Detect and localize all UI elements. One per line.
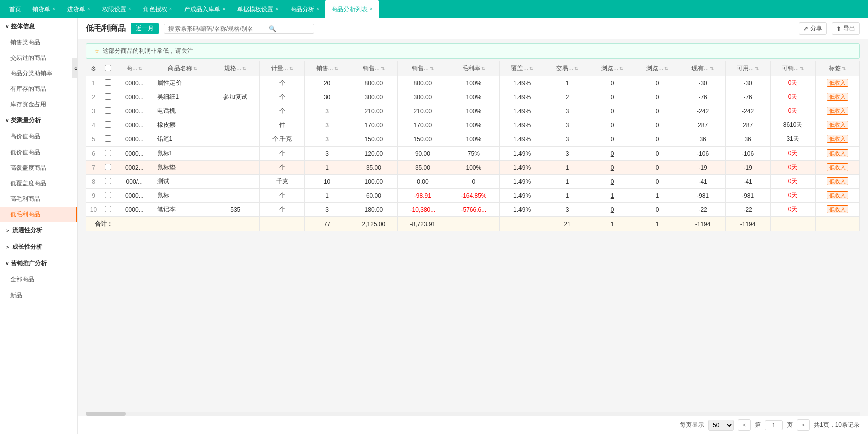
sidebar-item-new-products[interactable]: 新品 <box>0 287 77 303</box>
col-code[interactable]: 商...⇅ <box>115 61 154 76</box>
row-browse1[interactable]: 0 <box>590 175 635 189</box>
col-available[interactable]: 可用...⇅ <box>725 61 770 76</box>
row-checkbox[interactable] <box>105 206 111 212</box>
share-button[interactable]: ⇗ 分享 <box>799 22 827 35</box>
row-name[interactable]: 铅笔1 <box>154 132 211 147</box>
sidebar-item-category-rate[interactable]: 商品分类助销率 <box>0 66 77 81</box>
row-browse1[interactable]: 0 <box>590 76 635 90</box>
col-settings[interactable]: ⚙ <box>86 61 101 76</box>
search-input[interactable] <box>168 25 269 32</box>
close-icon[interactable]: × <box>316 0 319 18</box>
row-checkbox[interactable] <box>105 79 111 86</box>
page-number-input[interactable] <box>765 420 783 430</box>
row-checkbox[interactable] <box>105 192 111 198</box>
row-browse1[interactable]: 0 <box>590 132 635 147</box>
row-checkbox[interactable] <box>105 107 111 114</box>
col-name[interactable]: 商品名称⇅ <box>154 61 211 76</box>
close-icon[interactable]: × <box>87 0 90 18</box>
col-sales-price[interactable]: 销售...⇅ <box>350 61 398 76</box>
nav-item-analysis[interactable]: 商品分析× <box>284 0 325 18</box>
col-checkbox[interactable] <box>101 61 115 76</box>
nav-item-sales[interactable]: 销货单× <box>26 0 61 18</box>
sidebar-item-low-profit[interactable]: 低毛利商品 <box>0 207 77 222</box>
select-all-checkbox[interactable] <box>105 65 111 71</box>
sidebar-item-low-coverage[interactable]: 低覆盖度商品 <box>0 176 77 191</box>
col-gross-rate[interactable]: 毛利率⇅ <box>448 61 500 76</box>
row-browse1[interactable]: 0 <box>590 203 635 217</box>
col-browse1[interactable]: 浏览...⇅ <box>590 61 635 76</box>
row-browse1[interactable]: 0 <box>590 161 635 175</box>
row-browse1[interactable]: 0 <box>590 104 635 118</box>
sidebar-group-cluster[interactable]: ∨ 类聚量分析 <box>0 112 77 129</box>
row-checkbox[interactable] <box>105 164 111 170</box>
next-page-button[interactable]: ＞ <box>797 419 810 431</box>
nav-item-analysis-list[interactable]: 商品分析列表× <box>325 0 379 18</box>
sidebar-item-high-value[interactable]: 高价值商品 <box>0 129 77 144</box>
col-coverage[interactable]: 覆盖...⇅ <box>499 61 545 76</box>
row-name[interactable]: 橡皮擦 <box>154 118 211 132</box>
sidebar-item-sales-products[interactable]: 销售类商品 <box>0 35 77 50</box>
col-saleable[interactable]: 可销...⇅ <box>770 61 815 76</box>
col-unit[interactable]: 计量...⇅ <box>260 61 305 76</box>
row-name[interactable]: 笔记本 <box>154 203 211 217</box>
sidebar-item-traded[interactable]: 交易过的商品 <box>0 50 77 66</box>
sidebar-item-stock[interactable]: 有库存的商品 <box>0 81 77 97</box>
row-name[interactable]: 鼠标垫 <box>154 161 211 175</box>
row-checkbox[interactable] <box>105 178 111 184</box>
col-tag[interactable]: 标签⇅ <box>815 61 859 76</box>
sidebar-item-high-coverage[interactable]: 高覆盖度商品 <box>0 160 77 176</box>
close-icon[interactable]: × <box>275 0 278 18</box>
sidebar-item-capital[interactable]: 库存资金占用 <box>0 97 77 112</box>
col-sales-amount[interactable]: 销售...⇅ <box>397 61 448 76</box>
export-button[interactable]: ⬆ 导出 <box>832 22 860 35</box>
sidebar-item-low-value[interactable]: 低价值商品 <box>0 144 77 160</box>
row-name[interactable]: 吴细细1 <box>154 90 211 104</box>
search-icon[interactable]: 🔍 <box>269 25 276 32</box>
sidebar-group-marketing[interactable]: ∨ 营销推广分析 <box>0 255 77 272</box>
close-icon[interactable]: × <box>52 0 55 18</box>
prev-page-button[interactable]: ＜ <box>738 419 751 431</box>
row-name[interactable]: 测试 <box>154 175 211 189</box>
col-browse2[interactable]: 浏览...⇅ <box>635 61 680 76</box>
horizontal-scrollbar[interactable] <box>86 412 860 416</box>
nav-item-template[interactable]: 单据模板设置× <box>231 0 284 18</box>
row-checkbox[interactable] <box>105 150 111 156</box>
col-spec[interactable]: 规格...⇅ <box>211 61 260 76</box>
row-browse1[interactable]: 0 <box>590 147 635 161</box>
col-sales-count[interactable]: 销售...⇅ <box>305 61 350 76</box>
row-checkbox[interactable] <box>105 93 111 100</box>
col-transaction[interactable]: 交易...⇅ <box>545 61 590 76</box>
row-checkbox[interactable] <box>105 135 111 142</box>
nav-item-home[interactable]: 首页 <box>4 0 26 18</box>
row-name[interactable]: 鼠标 <box>154 189 211 203</box>
sidebar-item-high-profit[interactable]: 高毛利商品 <box>0 191 77 207</box>
row-tag: 低收入 <box>815 189 859 203</box>
time-filter-button[interactable]: 近一月 <box>131 23 159 34</box>
col-current-stock[interactable]: 现有...⇅ <box>680 61 725 76</box>
row-sales-price: 35.00 <box>350 161 398 175</box>
nav-item-permission[interactable]: 权限设置× <box>96 0 137 18</box>
row-browse1[interactable]: 0 <box>590 118 635 132</box>
nav-item-product[interactable]: 产成品入库单× <box>178 0 231 18</box>
row-name[interactable]: 属性定价 <box>154 76 211 90</box>
nav-item-purchase[interactable]: 进货单× <box>61 0 96 18</box>
sidebar-group-circulation[interactable]: ＞ 流通性分析 <box>0 222 77 239</box>
row-browse1[interactable]: 0 <box>590 90 635 104</box>
close-icon[interactable]: × <box>222 0 225 18</box>
sidebar-collapse-button[interactable]: « <box>72 58 78 78</box>
row-saleable: 0天 <box>770 90 815 104</box>
nav-item-role[interactable]: 角色授权× <box>137 0 179 18</box>
row-name[interactable]: 电话机 <box>154 104 211 118</box>
content-header: 低毛利商品 近一月 🔍 ⇗ 分享 ⬆ 导出 <box>78 18 868 39</box>
row-browse1[interactable]: 1 <box>590 189 635 203</box>
row-saleable: 0天 <box>770 175 815 189</box>
close-icon[interactable]: × <box>370 0 373 18</box>
page-size-select[interactable]: 50 100 200 <box>708 420 734 431</box>
row-checkbox[interactable] <box>105 121 111 128</box>
sidebar-group-growth[interactable]: ＞ 成长性分析 <box>0 239 77 255</box>
sidebar-item-all-products[interactable]: 全部商品 <box>0 272 77 287</box>
close-icon[interactable]: × <box>128 0 131 18</box>
sidebar-group-overall[interactable]: ∨ 整体信息 <box>0 18 77 35</box>
row-name[interactable]: 鼠标1 <box>154 147 211 161</box>
close-icon[interactable]: × <box>169 0 172 18</box>
